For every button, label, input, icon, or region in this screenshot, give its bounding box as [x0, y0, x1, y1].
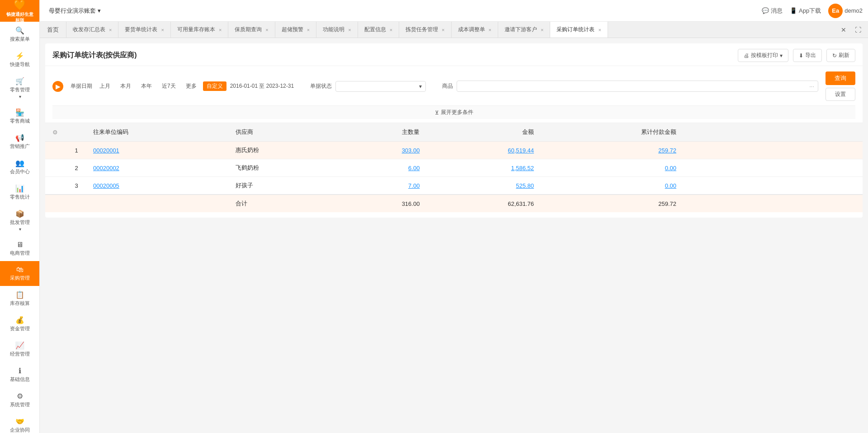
tab-function-desc[interactable]: 功能说明 × — [316, 22, 358, 38]
sidebar-item-quick-nav[interactable]: ⚡ 快捷导航 — [0, 47, 39, 72]
tab-invite-downstream[interactable]: 邀请下游客户 × — [498, 22, 550, 38]
tab-label-receive-summary: 收发存汇总表 — [73, 26, 105, 33]
sidebar-label-operations: 经营管理 — [10, 351, 30, 357]
tab-close-config-info[interactable]: × — [390, 27, 392, 33]
print-label: 按模板打印 — [751, 52, 778, 59]
tab-close-purchase-summary[interactable]: × — [598, 27, 601, 33]
tab-order-summary[interactable]: 要货单统计表 × — [118, 22, 170, 38]
this-year-btn[interactable]: 本年 — [137, 81, 156, 91]
sidebar-item-wholesale[interactable]: 📦 批发管理 ▾ — [0, 205, 39, 236]
tab-close-expiry-query[interactable]: × — [265, 27, 268, 33]
sidebar-item-marketing[interactable]: 📢 营销推广 — [0, 129, 39, 154]
sidebar-label-enterprise: 企业协同 — [10, 427, 30, 433]
tab-close-picking-task[interactable]: × — [442, 27, 444, 33]
sidebar-item-retail[interactable]: 🛒 零售管理 ▾ — [0, 72, 39, 104]
tab-close-cost-adjust[interactable]: × — [489, 27, 491, 33]
row-supplier-code-1[interactable]: 00020002 — [88, 159, 230, 177]
tab-receive-summary[interactable]: 收发存汇总表 × — [66, 22, 118, 38]
row-paid-amount-0[interactable]: 259.72 — [539, 142, 682, 159]
sidebar-item-ecom[interactable]: 🖥 电商管理 — [0, 236, 39, 261]
tab-close-invite-downstream[interactable]: × — [541, 27, 543, 33]
tab-label-config-info: 配置信息 — [364, 26, 386, 33]
refresh-icon: ↻ — [832, 52, 837, 59]
row-paid-amount-2[interactable]: 0.00 — [539, 177, 682, 195]
status-filter-label: 单据状态 — [310, 82, 332, 90]
tab-label-picking-task: 拣货任务管理 — [406, 26, 438, 33]
tab-purchase-summary[interactable]: 采购订单统计表 × — [550, 22, 608, 38]
print-button[interactable]: 🖨 按模板打印 ▾ — [738, 49, 788, 62]
sidebar-label-retail-stats: 零售统计 — [10, 194, 30, 200]
export-button[interactable]: ⬇ 导出 — [793, 49, 822, 62]
tab-stock-ledger[interactable]: 可用量库存账本 × — [171, 22, 228, 38]
sidebar-item-finance[interactable]: 💰 资金管理 — [0, 311, 39, 337]
close-tab-button[interactable]: ✕ — [837, 24, 850, 36]
sidebar-item-search[interactable]: 🔍 搜索菜单 — [0, 22, 39, 47]
sidebar-label-retail-store: 零售商城 — [10, 118, 30, 124]
goods-more-icon[interactable]: ··· — [809, 83, 814, 90]
avatar-text: Ea — [832, 7, 839, 14]
tab-picking-task[interactable]: 拣货任务管理 × — [399, 22, 451, 38]
sidebar-label-basic-info: 基础信息 — [10, 376, 30, 383]
sidebar-item-system[interactable]: ⚙ 系统管理 — [0, 387, 39, 413]
last-month-btn[interactable]: 上月 — [96, 81, 114, 91]
user-profile[interactable]: Ea demo2 — [828, 4, 863, 18]
sidebar-label-ecom: 电商管理 — [10, 250, 30, 257]
toggle-filter-button[interactable]: ▶ — [52, 81, 63, 92]
sidebar-item-inventory[interactable]: 📋 库存核算 — [0, 286, 39, 311]
col-settings: ⚙ — [45, 123, 65, 142]
sidebar-item-basic-info[interactable]: ℹ 基础信息 — [0, 362, 39, 387]
this-month-btn[interactable]: 本月 — [117, 81, 135, 91]
tab-close-overstock-alert[interactable]: × — [307, 27, 310, 33]
date-filter-label: 单据日期 — [71, 82, 92, 90]
more-dates-btn[interactable]: 更多 — [182, 81, 200, 91]
maximize-button[interactable]: ⛶ — [852, 24, 864, 36]
table-row: 1 00020001 惠氏奶粉 303.00 60,519.44 259.72 — [45, 142, 863, 159]
row-quantity-1[interactable]: 6.00 — [336, 159, 425, 177]
tab-close-order-summary[interactable]: × — [161, 27, 164, 33]
sidebar-item-operations[interactable]: 📈 经营管理 — [0, 337, 39, 362]
tab-cost-adjust[interactable]: 成本调整单 × — [452, 22, 498, 38]
row-amount-1[interactable]: 1,586.52 — [425, 159, 539, 177]
custom-date-btn[interactable]: 自定义 — [203, 81, 226, 91]
row-paid-amount-1[interactable]: 0.00 — [539, 159, 682, 177]
query-button[interactable]: 查询 — [826, 71, 855, 85]
column-settings-icon[interactable]: ⚙ — [51, 128, 60, 137]
expand-more-btn[interactable]: ⊻ 展开更多条件 — [52, 105, 855, 119]
goods-input[interactable] — [461, 83, 809, 90]
refresh-button[interactable]: ↻ 刷新 — [826, 49, 855, 62]
status-select[interactable]: ▾ — [335, 81, 426, 92]
sidebar-item-member[interactable]: 👥 会员中心 — [0, 154, 39, 180]
message-button[interactable]: 💬 消息 — [762, 7, 783, 15]
settings-button[interactable]: 设置 — [826, 88, 855, 101]
col-quantity: 主数量 — [336, 123, 425, 142]
tab-close-receive-summary[interactable]: × — [109, 27, 112, 33]
tab-close-function-desc[interactable]: × — [348, 27, 351, 33]
account-dropdown[interactable]: 母婴行业演示账套 ▾ — [45, 5, 104, 17]
tab-home[interactable]: 首页 — [40, 22, 66, 38]
sidebar-item-enterprise[interactable]: 🤝 企业协同 — [0, 413, 39, 433]
row-supplier-code-0[interactable]: 00020001 — [88, 142, 230, 159]
sidebar-label-finance: 资金管理 — [10, 325, 30, 332]
sidebar-icon-inventory: 📋 — [15, 290, 24, 299]
row-quantity-0[interactable]: 303.00 — [336, 142, 425, 159]
row-settings-2 — [45, 177, 65, 195]
table-row: 2 00020002 飞鹤奶粉 6.00 1,586.52 0.00 — [45, 159, 863, 177]
row-quantity-2[interactable]: 7.00 — [336, 177, 425, 195]
app-download-button[interactable]: 📱 App下载 — [790, 7, 821, 15]
row-settings-1 — [45, 159, 65, 177]
tab-expiry-query[interactable]: 保质期查询 × — [228, 22, 275, 38]
row-supplier-code-2[interactable]: 00020005 — [88, 177, 230, 195]
row-amount-0[interactable]: 60,519.44 — [425, 142, 539, 159]
sidebar-icon-marketing: 📢 — [15, 133, 24, 142]
row-amount-2[interactable]: 525.80 — [425, 177, 539, 195]
tab-config-info[interactable]: 配置信息 × — [358, 22, 399, 38]
sidebar-item-retail-store[interactable]: 🏪 零售商城 — [0, 104, 39, 129]
tab-overstock-alert[interactable]: 超储预警 × — [275, 22, 316, 38]
sidebar-icon-purchase: 🛍 — [16, 266, 24, 274]
sidebar-item-retail-stats[interactable]: 📊 零售统计 — [0, 180, 39, 205]
sidebar-label-quick-nav: 快捷导航 — [10, 61, 30, 68]
last-7-days-btn[interactable]: 近7天 — [158, 81, 179, 91]
logo-icon: 🧡 — [6, 0, 33, 11]
tab-close-stock-ledger[interactable]: × — [219, 27, 222, 33]
sidebar-item-purchase[interactable]: 🛍 采购管理 — [0, 261, 39, 286]
